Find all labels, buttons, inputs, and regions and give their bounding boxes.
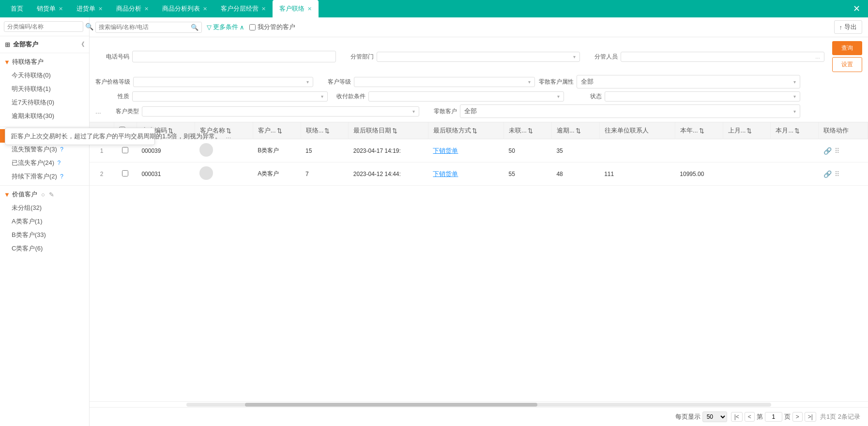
filter-customer-type-field: 客户类型 ▾ bbox=[105, 106, 419, 117]
sidebar-item-7days[interactable]: 近7天待联络(0) bbox=[0, 96, 89, 109]
close-icon[interactable]: ✕ bbox=[98, 6, 103, 12]
page-label: 第 bbox=[757, 412, 763, 421]
chevron-down-icon: ▾ bbox=[793, 109, 796, 114]
contact-icon[interactable]: 🔗 bbox=[823, 170, 832, 178]
cell-contact-count: 7 bbox=[301, 162, 349, 186]
sort-icon[interactable]: ⇅ bbox=[528, 127, 533, 134]
sort-icon[interactable]: ⇅ bbox=[392, 127, 397, 134]
chevron-down-icon: ▾ bbox=[557, 94, 560, 99]
pending-contact-toggle[interactable]: ▼ 待联络客户 bbox=[0, 55, 89, 69]
filter-bar: 🔍 ▽ 更多条件 ∧ 我分管的客户 ↑ 导出 bbox=[90, 17, 868, 37]
collapse-icon[interactable]: 《 bbox=[78, 41, 84, 49]
last-page-button[interactable]: >| bbox=[805, 412, 816, 422]
nav-customer-contact[interactable]: 客户联络 ✕ bbox=[273, 0, 319, 17]
sidebar-item-overdue[interactable]: 逾期未联络(30) bbox=[0, 109, 89, 123]
sidebar-item-class-b[interactable]: B类客户(33) bbox=[0, 228, 89, 242]
close-icon[interactable]: ✕ bbox=[203, 6, 207, 12]
question-icon[interactable]: ? bbox=[60, 173, 63, 180]
retail-customer-select[interactable]: 全部 ▾ bbox=[460, 104, 800, 118]
first-page-button[interactable]: |< bbox=[731, 412, 743, 422]
customer-level-select[interactable]: ▾ bbox=[354, 77, 535, 87]
edit-icon[interactable]: ○ bbox=[41, 191, 45, 198]
query-button[interactable]: 查询 bbox=[832, 41, 862, 55]
export-icon: ↑ bbox=[839, 24, 843, 31]
my-customers-checkbox[interactable] bbox=[249, 24, 256, 30]
gender-select[interactable]: ▾ bbox=[132, 91, 328, 102]
next-page-button[interactable]: > bbox=[792, 412, 803, 422]
page-input[interactable] bbox=[765, 412, 782, 422]
filter-row-1: 电话号码 分管部门 ▾ 分管人员 … bbox=[95, 41, 862, 72]
price-level-select[interactable]: ▾ bbox=[133, 77, 313, 87]
main-search-input[interactable] bbox=[99, 24, 189, 30]
more-action-icon[interactable]: ⠿ bbox=[835, 147, 839, 155]
row-checkbox[interactable] bbox=[122, 147, 128, 153]
sidebar-item-class-c[interactable]: C类客户(6) bbox=[0, 242, 89, 255]
sidebar-item-churned[interactable]: 已流失客户(24) ? bbox=[0, 156, 89, 170]
close-icon[interactable]: ✕ bbox=[59, 6, 63, 12]
dept-select[interactable]: ▾ bbox=[377, 52, 580, 62]
sort-icon[interactable]: ⇅ bbox=[277, 127, 282, 134]
question-icon[interactable]: ? bbox=[57, 160, 61, 166]
payment-select[interactable]: ▾ bbox=[368, 91, 564, 102]
sort-icon[interactable]: ⇅ bbox=[699, 127, 704, 134]
phone-input[interactable] bbox=[132, 51, 336, 62]
sidebar-search-input[interactable] bbox=[4, 21, 83, 32]
nav-product-analysis[interactable]: 商品分析 ✕ bbox=[109, 0, 155, 17]
retail-attr-select[interactable]: 全部 ▾ bbox=[577, 75, 800, 88]
cell-last-month bbox=[723, 162, 771, 186]
status-select[interactable]: ▾ bbox=[605, 91, 800, 102]
tooltip-close-icon[interactable]: ... bbox=[226, 132, 231, 140]
page-navigation: |< < 第 页 > >| bbox=[731, 412, 816, 422]
table-row: 2 000031 A类客户 7 2023-04-12 14:44: 下销货单 5… bbox=[90, 162, 868, 186]
edit2-icon[interactable]: ✎ bbox=[49, 191, 54, 198]
filter-payment-field: 收付款条件 ▾ bbox=[332, 91, 564, 102]
prev-page-button[interactable]: < bbox=[745, 412, 755, 422]
contact-method-link[interactable]: 下销货单 bbox=[433, 147, 458, 154]
row-checkbox[interactable] bbox=[122, 170, 128, 176]
sidebar-item-unclassified[interactable]: 未分组(32) bbox=[0, 201, 89, 215]
sort-icon[interactable]: ⇅ bbox=[324, 127, 330, 134]
cell-uncontacted: 50 bbox=[504, 139, 552, 162]
more-conditions-button[interactable]: ▽ 更多条件 ∧ bbox=[207, 23, 244, 31]
contact-method-link[interactable]: 下销货单 bbox=[433, 170, 458, 177]
sort-icon[interactable]: ⇅ bbox=[472, 127, 477, 134]
close-icon[interactable]: ✕ bbox=[307, 6, 312, 12]
sidebar-item-tomorrow[interactable]: 明天待联络(1) bbox=[0, 82, 89, 96]
grid-icon: ⊞ bbox=[5, 41, 10, 48]
main-search-icon[interactable]: 🔍 bbox=[191, 24, 198, 31]
close-icon[interactable]: ✕ bbox=[261, 6, 266, 12]
nav-purchase[interactable]: 进货单 ✕ bbox=[70, 0, 109, 17]
close-icon[interactable]: ✕ bbox=[144, 6, 149, 12]
sort-icon[interactable]: ⇅ bbox=[746, 127, 752, 134]
sidebar-item-today[interactable]: 今天待联络(0) bbox=[0, 69, 89, 82]
export-button[interactable]: ↑ 导出 bbox=[834, 20, 863, 34]
sort-icon[interactable]: ⇅ bbox=[794, 127, 800, 134]
filter-icon: ▽ bbox=[207, 24, 212, 31]
sort-icon[interactable]: ⇅ bbox=[576, 127, 581, 134]
contact-icon[interactable]: 🔗 bbox=[823, 147, 832, 155]
sidebar-item-declining[interactable]: 持续下滑客户(2) ? bbox=[0, 170, 89, 183]
sidebar-search-icon[interactable]: 🔍 bbox=[85, 23, 93, 30]
manager-select[interactable]: … bbox=[621, 52, 824, 62]
cell-code: 000031 bbox=[137, 162, 195, 186]
settings-button[interactable]: 设置 bbox=[832, 57, 862, 72]
repurchase-tooltip: 距客户上次交易时长，超过了此客户的平均交易周期的1.5倍，则视为异常。 ... bbox=[5, 128, 155, 145]
filter-row-4: ... 客户类型 ▾ 零散客户 全部 ▾ bbox=[95, 104, 862, 118]
ellipsis-icon[interactable]: ... bbox=[95, 107, 101, 115]
cell-checkbox[interactable] bbox=[114, 162, 137, 186]
cell-name bbox=[195, 162, 253, 186]
window-close-button[interactable]: ✕ bbox=[849, 3, 864, 14]
main-layout: 🔍 ⊞ 全部客户 《 ▼ 待联络客户 今天待联络(0) 明天待联络(1) 近7天… bbox=[0, 17, 868, 426]
cell-unit-contact bbox=[599, 139, 675, 162]
per-page-select[interactable]: 50 20 100 bbox=[702, 411, 727, 422]
more-action-icon[interactable]: ⠿ bbox=[835, 170, 839, 178]
horizontal-scrollbar[interactable] bbox=[90, 401, 868, 407]
nav-home[interactable]: 首页 bbox=[4, 0, 30, 17]
scrollbar-thumb[interactable] bbox=[245, 403, 537, 407]
nav-product-analysis-list[interactable]: 商品分析列表 ✕ bbox=[155, 0, 214, 17]
nav-customer-tier[interactable]: 客户分层经营 ✕ bbox=[214, 0, 273, 17]
sidebar-item-class-a[interactable]: A类客户(1) bbox=[0, 215, 89, 228]
customer-type-select[interactable]: ▾ bbox=[142, 106, 419, 117]
question-icon[interactable]: ? bbox=[60, 146, 63, 153]
nav-sales[interactable]: 销货单 ✕ bbox=[30, 0, 70, 17]
